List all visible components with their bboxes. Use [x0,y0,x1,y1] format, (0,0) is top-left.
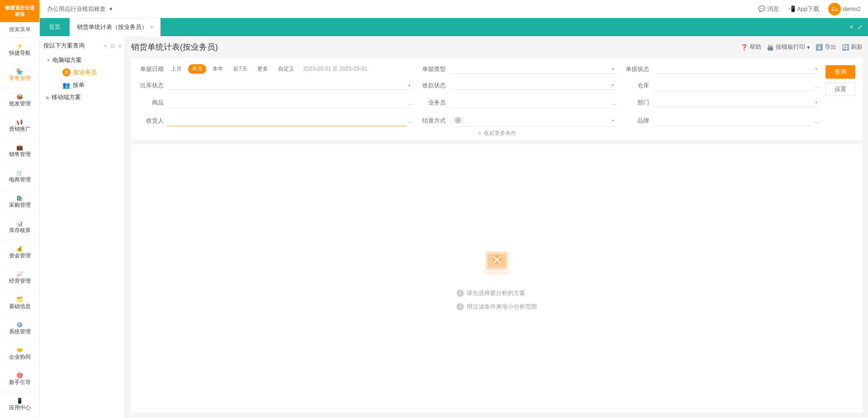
sidebar-item-ecommerce[interactable]: 🛒 电商管理 [0,164,39,190]
app-download-icon: 📲 [788,5,795,12]
sidebar-item-sales[interactable]: 💼 销售管理 [0,139,39,164]
refresh-icon: 🔄 [842,44,849,51]
receiver-dots[interactable]: ... [408,117,413,124]
logo-subtext: 标版 [15,11,25,17]
date-tab-last-month[interactable]: 上月 [167,64,185,74]
empty-tip1: 1 请先选择要分析的方案 [457,287,537,299]
add-scheme-icon[interactable]: + [104,42,107,49]
newbie-label: 新手引导 [2,379,38,386]
app-download-btn[interactable]: 📲 App下载 [788,5,819,13]
sidebar-item-quicknav[interactable]: ⚡ 快捷导航 [0,38,39,63]
filter-recv-status: 收款状态 ▾ [420,81,617,90]
tree-leaf-salesperson[interactable]: 员 按业务员 [51,66,122,79]
breadcrumb-dropdown-icon[interactable]: ▾ [109,5,113,12]
brand-input[interactable] [653,115,813,126]
help-btn[interactable]: ❓ 帮助 [741,43,761,51]
doc-type-select[interactable]: ▾ [449,65,617,74]
collapse-panel-icon[interactable]: « [118,42,122,49]
sidebar-item-appcenter[interactable]: 📱 应用中心 [0,392,39,418]
filter-salesperson: 业务员 ... [420,97,617,108]
tab-active[interactable]: 销货单统计表（按业务员） × [70,18,160,36]
tree-leaf-order-label: 按单 [73,81,85,89]
tree-section-pc[interactable]: ▼ 电脑端方案 [43,54,122,66]
collapse-row[interactable]: ∧ 收起更多条件 [138,127,855,140]
system-label: 系统管理 [2,328,38,336]
ecommerce-label: 电商管理 [2,176,38,184]
warehouse-dots[interactable]: ... [815,82,820,89]
sidebar-item-inventory[interactable]: 📊 库存核算 [0,215,39,240]
window-close-icon[interactable]: × [849,23,854,31]
tree-child-pc: 员 按业务员 👥 按单 [43,66,122,91]
goods-input[interactable] [167,97,406,108]
doc-type-label: 单据类型 [420,65,446,73]
settle-select[interactable]: × ▾ [449,114,617,127]
date-tab-more[interactable]: 更多 [254,64,272,74]
business-icon: 📈 [2,271,38,277]
date-tab-custom[interactable]: 自定义 [274,64,298,74]
sidebar-item-marketing[interactable]: 📢 营销推广 [0,114,39,139]
sidebar-item-system[interactable]: ⚙️ 系统管理 [0,316,39,342]
empty-text-area: 1 请先选择要分析的方案 2 用过滤条件来缩小分析范围 [457,287,537,314]
settings-scheme-icon[interactable]: ⊙ [110,42,115,49]
refresh-btn[interactable]: 🔄 刷新 [842,43,863,51]
setting-button[interactable]: 设置 [826,82,855,96]
sidebar: 畅捷通好生意 标版 搜索菜单 ⚡ 快捷导航 🏪 零售管理 📦 批发管理 📢 营销… [0,0,40,418]
query-button[interactable]: 查询 [826,65,855,79]
sidebar-item-retail[interactable]: 🏪 零售管理 [0,63,39,88]
dept-select[interactable]: ▾ [653,98,820,107]
search-menu-btn[interactable]: 搜索菜单 [3,26,37,33]
recv-status-select[interactable]: ▾ [449,81,617,90]
sidebar-item-wholesale[interactable]: 📦 批发管理 [0,88,39,114]
print-dropdown-icon[interactable]: ▾ [807,44,810,51]
sidebar-item-purchase[interactable]: 🛍️ 采购管理 [0,190,39,215]
settle-tag: × [452,116,464,124]
doc-status-arrow: ▾ [815,66,817,71]
app-download-label: App下载 [797,5,819,13]
settle-label: 结算方式 [420,117,446,125]
content-wrapper: 按以下方案查询 + ⊙ « ▼ 电脑端方案 员 按业务员 👥 按单 [40,36,868,418]
maximize-icon[interactable]: ⤢ [857,24,863,31]
system-icon: ⚙️ [2,322,38,328]
doc-status-select[interactable]: ▾ [653,65,820,74]
date-range-text: 2023-03-01 至 2023-03-31 [303,65,367,73]
sidebar-item-finance[interactable]: 💰 资金管理 [0,240,39,266]
print-btn[interactable]: 🖨️ 按模板打印 ▾ [767,43,810,51]
tab-home[interactable]: 首页 [40,23,70,31]
empty-illustration [474,242,519,280]
user-menu[interactable]: Ea demo2 [828,3,861,15]
sales-label: 销售管理 [2,151,38,158]
receiver-label: 收货人 [138,117,164,125]
sidebar-item-enterprise[interactable]: 🤝 企业协同 [0,342,39,367]
message-btn[interactable]: 💬 消息 [758,5,779,13]
sidebar-item-basic[interactable]: 🗂️ 基础信息 [0,291,39,316]
date-tab-this-year[interactable]: 本年 [209,64,227,74]
filter-warehouse: 仓库 ... [624,80,820,91]
date-tab-7days[interactable]: 近7天 [230,64,251,74]
tab-close-icon[interactable]: × [150,24,153,30]
enterprise-label: 企业协同 [2,353,38,361]
filter-doc-status: 单据状态 ▾ [624,65,820,74]
filter-row-2: 出库状态 ▾ 收款状态 ▾ [138,80,820,91]
sidebar-item-business[interactable]: 📈 经营管理 [0,266,39,291]
tree-section-pc-label: 电脑端方案 [52,56,82,64]
tree-section-mobile[interactable]: ▶ 移动端方案 [43,91,122,103]
left-panel-icons: + ⊙ « [104,42,122,49]
settle-tag-x[interactable]: × [455,117,461,124]
out-status-select[interactable]: ▾ [167,81,413,90]
sidebar-item-newbie[interactable]: 🎯 新手引导 [0,367,39,392]
export-btn[interactable]: ⬇️ 导出 [816,43,836,51]
brand-dots[interactable]: ... [815,117,820,124]
goods-dots[interactable]: ... [408,99,413,106]
tree-leaf-order[interactable]: 👥 按单 [51,79,122,91]
filter-brand: 品牌 ... [624,115,820,126]
print-icon: 🖨️ [767,44,774,51]
tree-mobile-triangle: ▶ [46,95,50,100]
warehouse-input[interactable] [653,80,813,91]
salesperson-dots[interactable]: ... [611,99,617,106]
salesperson-input[interactable] [449,97,609,108]
date-tab-this-month[interactable]: 本月 [188,64,206,74]
action-col: 查询 设置 [820,64,855,96]
filter-row-3: 商品 ... 业务员 ... [138,97,820,108]
receiver-input[interactable] [167,115,406,126]
app-logo: 畅捷通好生意 标版 [0,0,39,22]
